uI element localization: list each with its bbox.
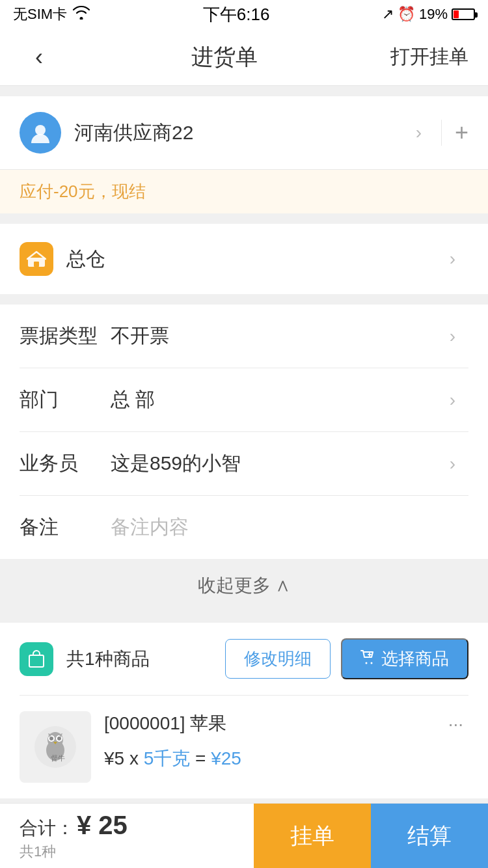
alarm-icon: ⏰	[398, 6, 415, 23]
salesman-label: 业务员	[20, 450, 98, 477]
location-icon: ↗	[382, 6, 394, 23]
equals-icon: =	[195, 748, 211, 768]
nav-bar: ‹ 进货单 打开挂单	[0, 29, 488, 86]
bottom-bar: 合计： ¥ 25 共1种 挂单 结算	[0, 803, 488, 868]
department-chevron-icon: ›	[450, 390, 455, 411]
warehouse-row[interactable]: 总仓 ›	[0, 224, 488, 294]
total-section: 合计： ¥ 25 共1种	[0, 804, 254, 868]
status-bar: 无SIM卡 下午6:16 ↗ ⏰ 19%	[0, 0, 488, 29]
invoice-chevron-icon: ›	[450, 326, 455, 347]
supplier-chevron-icon: ›	[416, 122, 422, 143]
remark-row[interactable]: 备注 备注内容	[0, 496, 488, 559]
collapse-button[interactable]: 收起更多 ∧	[0, 559, 488, 612]
department-value: 总 部	[111, 387, 450, 413]
svg-point-4	[366, 662, 368, 664]
department-row[interactable]: 部门 总 部 ›	[0, 368, 488, 431]
product-code: [0000001]	[104, 713, 185, 733]
salesman-value: 这是859的小智	[111, 450, 450, 477]
product-name: [0000001] 苹果	[104, 711, 443, 736]
salesman-row[interactable]: 业务员 这是859的小智 ›	[0, 432, 488, 495]
supplier-avatar	[20, 112, 61, 154]
product-price: ¥5 x 5千克 = ¥25	[104, 746, 443, 771]
total-label: 合计：	[20, 816, 74, 841]
remark-label: 备注	[20, 514, 98, 541]
select-product-label: 选择商品	[381, 647, 449, 670]
product-info: [0000001] 苹果 ¥5 x 5千克 = ¥25	[104, 711, 443, 771]
battery-icon	[452, 8, 475, 20]
supplier-name[interactable]: 河南供应商22	[74, 120, 416, 146]
status-carrier: 无SIM卡	[13, 5, 90, 24]
product-item: 督牛 [0000001] 苹果 ¥5 x 5千克 = ¥25 ···	[0, 696, 488, 798]
total-sub: 共1种	[20, 842, 234, 861]
warehouse-name: 总仓	[66, 246, 450, 273]
svg-rect-2	[34, 262, 39, 267]
supplier-section: 河南供应商22 › +	[0, 96, 488, 170]
svg-text:督牛: 督牛	[51, 754, 65, 762]
add-supplier-button[interactable]: +	[455, 119, 468, 146]
separator-1	[0, 86, 488, 96]
quantity: 5千克	[144, 748, 191, 768]
multiply-icon: x	[129, 748, 144, 768]
product-thumbnail: 督牛	[20, 711, 91, 783]
wifi-icon	[72, 5, 90, 23]
hang-button[interactable]: 挂单	[254, 804, 371, 868]
svg-point-11	[49, 737, 53, 740]
status-icons: ↗ ⏰ 19%	[382, 6, 475, 23]
products-header: 共1种商品 修改明细 选择商品	[0, 623, 488, 695]
battery-percent: 19%	[419, 6, 448, 23]
products-count: 共1种商品	[66, 647, 225, 671]
select-product-button[interactable]: 选择商品	[341, 638, 468, 679]
warehouse-chevron-icon: ›	[450, 249, 455, 269]
product-more-button[interactable]: ···	[443, 711, 468, 737]
unit-price: ¥5	[104, 748, 124, 768]
open-hang-button[interactable]: 打开挂单	[390, 44, 468, 70]
salesman-chevron-icon: ›	[450, 454, 455, 474]
product-title: 苹果	[190, 713, 226, 733]
checkout-button[interactable]: 结算	[371, 804, 488, 868]
separator-3	[0, 294, 488, 305]
total-amount: ¥ 25	[77, 811, 128, 840]
back-button[interactable]: ‹	[20, 38, 59, 77]
department-label: 部门	[20, 387, 98, 413]
invoice-label: 票据类型	[20, 323, 98, 349]
page-title: 进货单	[191, 42, 258, 72]
carrier-text: 无SIM卡	[13, 5, 67, 24]
invoice-row[interactable]: 票据类型 不开票 ›	[0, 305, 488, 368]
svg-rect-3	[29, 655, 44, 667]
svg-point-5	[371, 662, 373, 664]
remark-input[interactable]: 备注内容	[111, 514, 468, 541]
form-section: 票据类型 不开票 › 部门 总 部 › 业务员 这是859的小智 › 备注 备注…	[0, 305, 488, 559]
svg-point-0	[35, 125, 46, 135]
notice-bar: 应付-20元，现结	[0, 170, 488, 213]
invoice-value: 不开票	[111, 323, 450, 349]
divider	[441, 120, 442, 146]
status-time: 下午6:16	[203, 3, 270, 26]
svg-point-12	[57, 737, 61, 740]
separator-2	[0, 213, 488, 224]
line-total: ¥25	[211, 748, 241, 768]
products-icon	[20, 642, 53, 676]
products-section: 共1种商品 修改明细 选择商品	[0, 623, 488, 798]
cart-icon	[360, 649, 376, 669]
warehouse-section: 总仓 ›	[0, 224, 488, 294]
modify-detail-button[interactable]: 修改明细	[225, 639, 331, 679]
warehouse-icon	[20, 242, 53, 276]
